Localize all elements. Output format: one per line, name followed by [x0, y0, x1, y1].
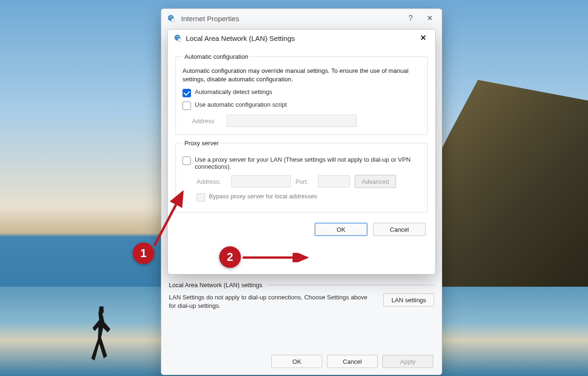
automatic-configuration-group: Automatic configuration Automatic config…: [175, 53, 428, 135]
internet-properties-titlebar[interactable]: Internet Properties ? ✕: [161, 9, 442, 28]
script-address-label: Address: [192, 118, 222, 125]
proxy-server-legend: Proxy server: [183, 140, 221, 147]
auto-detect-label: Automatically detect settings: [195, 88, 272, 95]
automatic-configuration-legend: Automatic configuration: [183, 53, 250, 60]
use-proxy-checkbox[interactable]: [183, 157, 191, 165]
svg-rect-1: [171, 18, 174, 22]
help-button[interactable]: ?: [401, 12, 420, 25]
ip-cancel-button[interactable]: Cancel: [327, 355, 378, 368]
internet-options-icon: [174, 34, 182, 42]
svg-rect-3: [178, 38, 181, 41]
use-config-script-checkbox[interactable]: [183, 102, 191, 110]
lan-settings-actions: OK Cancel: [175, 216, 428, 243]
internet-options-icon: [167, 14, 175, 23]
internet-properties-title: Internet Properties: [181, 15, 401, 23]
bypass-local-label: Bypass proxy server for local addresses: [209, 193, 317, 200]
lan-settings-dialog: Local Area Network (LAN) Settings ✕ Auto…: [167, 29, 436, 274]
bypass-local-checkbox: [197, 193, 205, 202]
use-config-script-label: Use automatic configuration script: [195, 101, 287, 108]
lan-settings-button[interactable]: LAN settings: [383, 293, 434, 306]
proxy-port-label: Port:: [295, 178, 313, 185]
close-icon[interactable]: ✕: [420, 12, 439, 25]
divider: [267, 285, 434, 285]
ip-ok-button[interactable]: OK: [271, 355, 322, 368]
proxy-address-input: [231, 175, 291, 188]
annotation-badge-2: 2: [219, 246, 241, 268]
ip-apply-button: Apply: [382, 355, 433, 368]
lan-section-heading-row: Local Area Network (LAN) settings: [169, 282, 434, 289]
annotation-badge-1: 1: [133, 243, 154, 264]
lan-cancel-button[interactable]: Cancel: [373, 223, 426, 236]
proxy-server-group: Proxy server Use a proxy server for your…: [175, 140, 428, 212]
script-address-input: [227, 115, 357, 127]
close-icon[interactable]: ✕: [413, 31, 432, 45]
internet-properties-actions: OK Cancel Apply: [271, 355, 433, 368]
lan-ok-button[interactable]: OK: [315, 223, 367, 236]
lan-settings-title: Local Area Network (LAN) Settings: [186, 34, 413, 42]
proxy-address-label: Address:: [197, 178, 227, 185]
automatic-configuration-desc: Automatic configuration may override man…: [183, 67, 421, 84]
lan-section-heading: Local Area Network (LAN) settings: [169, 282, 262, 289]
lan-settings-titlebar[interactable]: Local Area Network (LAN) Settings ✕: [168, 30, 435, 47]
auto-detect-checkbox[interactable]: [183, 89, 191, 97]
lan-section-desc: LAN Settings do not apply to dial-up con…: [169, 293, 375, 310]
proxy-advanced-button: Advanced: [355, 175, 396, 188]
proxy-port-input: [318, 175, 350, 188]
use-proxy-label: Use a proxy server for your LAN (These s…: [195, 156, 421, 170]
